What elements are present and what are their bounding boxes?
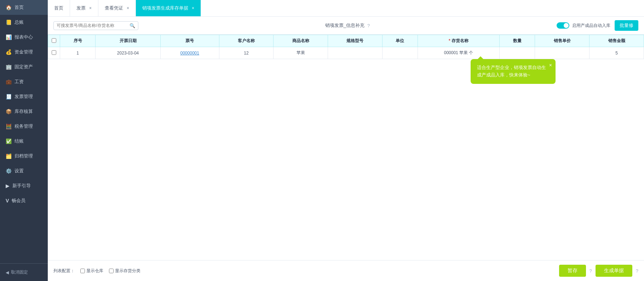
inventory-icon: 📦	[6, 109, 12, 114]
tooltip-popup: × 适合生产型企业，销项发票自动生成产成品入库，快来体验~	[471, 59, 556, 84]
cell-ticket-no[interactable]: 00000001	[160, 47, 219, 59]
header-product: 商品名称	[274, 35, 328, 47]
list-config-label: 列表配置：	[53, 268, 75, 274]
toolbar-help-icon[interactable]: ?	[367, 23, 370, 28]
show-category-checkbox[interactable]	[109, 269, 114, 273]
sidebar-unpin[interactable]: ◀ 取消固定	[0, 266, 48, 278]
sidebar-item-closing[interactable]: ✅ 结账	[0, 134, 48, 149]
sidebar-item-funds[interactable]: 💰 资金管理	[0, 45, 48, 59]
cell-inventory-name[interactable]: 000001 苹果 个	[418, 47, 500, 59]
tab-home-label: 首页	[54, 5, 63, 11]
header-amount: 销售金额	[590, 35, 644, 47]
data-table: 序号 开票日期 票号 客户名称 商品名称 规格型号 单位 * 存货名称 数量 销…	[48, 35, 644, 59]
toolbar-right: 启用产成品自动入库 批量修	[557, 20, 638, 31]
tab-inventory-close[interactable]: ×	[192, 6, 194, 11]
show-category-label[interactable]: 显示存货分类	[109, 268, 140, 274]
header-seq: 序号	[60, 35, 96, 47]
sidebar-label-salary: 工资	[15, 79, 24, 85]
sidebar-label-invoice: 发票管理	[15, 93, 33, 100]
ledger-icon: 📒	[6, 19, 12, 25]
header-quantity: 数量	[500, 35, 535, 47]
auto-warehouse-toggle[interactable]	[557, 22, 569, 29]
header-unit: 单位	[382, 35, 418, 47]
sidebar: 🏠 首页 📒 总账 📊 报表中心 💰 资金管理 🏢 固定资产 💼 工资 🧾 发票…	[0, 0, 48, 281]
home-icon: 🏠	[6, 5, 12, 10]
header-date: 开票日期	[96, 35, 161, 47]
ticket-no-link[interactable]: 00000001	[180, 51, 199, 56]
cell-customer: 12	[219, 47, 274, 59]
sidebar-item-reports[interactable]: 📊 报表中心	[0, 30, 48, 45]
unpin-icon: ◀	[6, 270, 9, 275]
save-help-icon[interactable]: ?	[590, 268, 592, 274]
header-price: 销售单价	[535, 35, 590, 47]
sidebar-item-guide[interactable]: ▶ 新手引导	[0, 178, 48, 193]
sidebar-label-tax: 税务管理	[15, 123, 33, 130]
cell-quantity[interactable]	[500, 47, 535, 59]
sidebar-label-assets: 固定资产	[15, 64, 33, 70]
assets-icon: 🏢	[6, 64, 12, 70]
salary-icon: 💼	[6, 79, 12, 85]
sidebar-item-archive[interactable]: 🗂️ 归档管理	[0, 149, 48, 164]
sidebar-label-home: 首页	[15, 4, 24, 11]
tab-invoice[interactable]: 发票 ×	[70, 0, 98, 16]
generate-button[interactable]: 生成单据	[596, 265, 632, 277]
table-header-row: 序号 开票日期 票号 客户名称 商品名称 规格型号 单位 * 存货名称 数量 销…	[48, 35, 644, 47]
cell-unit	[382, 47, 418, 59]
search-box[interactable]: 🔍	[53, 21, 138, 30]
reports-icon: 📊	[6, 34, 12, 40]
sidebar-item-settings[interactable]: ⚙️ 设置	[0, 164, 48, 178]
tab-home[interactable]: 首页	[48, 0, 70, 16]
sidebar-item-salary[interactable]: 💼 工资	[0, 74, 48, 89]
batch-button[interactable]: 批量修	[615, 20, 638, 31]
invoice-icon: 🧾	[6, 94, 12, 99]
tab-inventory[interactable]: 销项发票生成库存单据 ×	[136, 0, 201, 16]
toggle-label: 启用产成品自动入库	[572, 23, 610, 29]
generate-help-icon[interactable]: ?	[636, 268, 638, 274]
tab-invoice-label: 发票	[76, 5, 86, 11]
bottom-bar: 列表配置： 显示仓库 显示存货分类 暂存 ? 生成单据 ?	[48, 260, 644, 281]
show-warehouse-label[interactable]: 显示仓库	[80, 268, 103, 274]
sidebar-item-invoice[interactable]: 🧾 发票管理	[0, 89, 48, 104]
sidebar-item-home[interactable]: 🏠 首页	[0, 0, 48, 15]
save-button[interactable]: 暂存	[559, 265, 586, 277]
tab-invoice-close[interactable]: ×	[89, 6, 92, 11]
sidebar-label-ledger: 总账	[15, 19, 24, 25]
tab-voucher[interactable]: 查看凭证 ×	[98, 0, 136, 16]
toolbar-title: 销项发票_信息补充	[325, 22, 364, 29]
sidebar-item-assets[interactable]: 🏢 固定资产	[0, 59, 48, 74]
sidebar-label-reports: 报表中心	[15, 34, 33, 40]
settings-icon: ⚙️	[6, 168, 12, 174]
sidebar-item-ledger[interactable]: 📒 总账	[0, 15, 48, 30]
sidebar-label-closing: 结账	[15, 138, 24, 144]
row-checkbox[interactable]	[52, 50, 56, 55]
sidebar-item-inventory[interactable]: 📦 库存核算	[0, 104, 48, 119]
cell-amount: 5	[590, 47, 644, 59]
bottom-actions: 暂存 ? 生成单据 ?	[559, 265, 638, 277]
show-warehouse-text: 显示仓库	[86, 268, 103, 274]
toolbar-center: 销项发票_信息补充 ?	[142, 22, 553, 29]
sidebar-item-tax[interactable]: 🧮 税务管理	[0, 119, 48, 134]
tooltip-close-button[interactable]: ×	[549, 61, 552, 69]
guide-icon: ▶	[6, 183, 10, 189]
cell-product: 苹果	[274, 47, 328, 59]
tab-inventory-label: 销项发票生成库存单据	[142, 5, 188, 11]
header-checkbox[interactable]	[48, 35, 60, 47]
funds-icon: 💰	[6, 49, 12, 55]
sidebar-item-vip[interactable]: V 畅会员	[0, 193, 48, 208]
closing-icon: ✅	[6, 138, 12, 144]
header-ticket-no: 票号	[160, 35, 219, 47]
select-all-checkbox[interactable]	[52, 38, 56, 43]
tab-voucher-close[interactable]: ×	[127, 6, 129, 11]
show-category-text: 显示存货分类	[115, 268, 140, 274]
cell-date: 2023-03-04	[96, 47, 161, 59]
search-input[interactable]	[57, 23, 127, 28]
row-checkbox-cell[interactable]	[48, 47, 60, 59]
table-row: 1 2023-03-04 00000001 12 苹果 000001 苹果 个 …	[48, 47, 644, 59]
cell-price[interactable]	[535, 47, 590, 59]
sidebar-label-inventory: 库存核算	[15, 108, 33, 115]
main-area: 首页 发票 × 查看凭证 × 销项发票生成库存单据 × 🔍 销项发票_信息补充 …	[48, 0, 644, 281]
tab-bar: 首页 发票 × 查看凭证 × 销项发票生成库存单据 ×	[48, 0, 644, 17]
toggle-area: 启用产成品自动入库	[557, 22, 610, 29]
tab-voucher-label: 查看凭证	[105, 5, 123, 11]
show-warehouse-checkbox[interactable]	[80, 269, 85, 273]
